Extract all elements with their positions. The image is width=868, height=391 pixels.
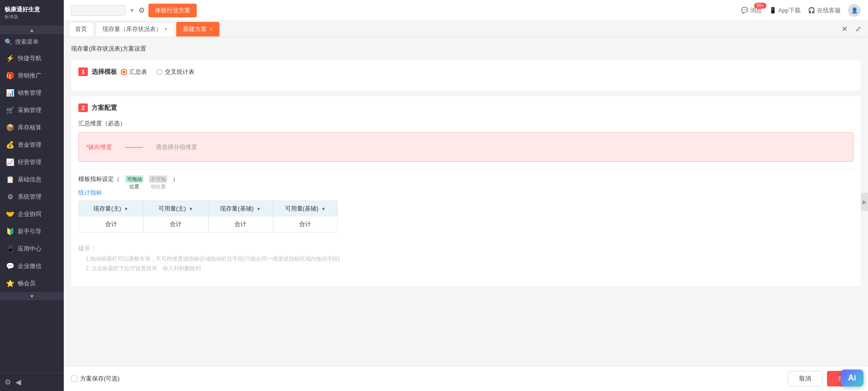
stats-col-header-3[interactable]: 现存量(基辅) ▼ [209,201,273,216]
app-icon: 📱 [769,7,776,14]
sidebar-item-guide[interactable]: 🔰新手引导 [0,223,64,240]
sidebar-item-inventory[interactable]: 📦库存核算 [0,119,64,136]
stats-col-body-1: 合计 [79,216,143,232]
template-indicator-row: 模板指标设定（ 可拖动位置 不可拖动位置 ） [78,175,853,183]
cooperation-label: 企业协同 [18,210,41,218]
sidebar: 畅康通好生意 标准版 ▲ 🔍 搜索菜单 ⚡快捷导航🎁营销推广📊销售管理🛒采购管理… [0,0,64,391]
topbar-search-input[interactable] [71,5,126,16]
topbar-gear-icon[interactable]: ⚙ [138,6,145,15]
tabs-bar: 首页 现存量（库存状况表） × 新建方案 × ✕ ⤢ [64,21,868,37]
marketing-icon: 🎁 [6,72,14,80]
base-info-icon: 📋 [6,175,14,184]
sidebar-item-cooperation[interactable]: 🤝企业协同 [0,206,64,223]
sidebar-item-sales[interactable]: 📊销售管理 [0,84,64,102]
tab-new-scheme-label: 新建方案 [183,25,207,33]
sidebar-nav: ⚡快捷导航🎁营销推广📊销售管理🛒采购管理📦库存核算💰资金管理📈经营管理📋基础信息… [0,50,64,292]
sidebar-item-wechat[interactable]: 💬企业微信 [0,257,64,275]
service-label: 在线客服 [817,6,841,15]
user-avatar[interactable]: 👤 [848,4,861,17]
expand-panel-btn[interactable]: ⤢ [853,24,863,35]
online-service-btn[interactable]: 🎧 在线客服 [808,6,841,15]
template-indicator-label: 模板指标设定（ [78,175,120,183]
col3-dropdown-icon[interactable]: ▼ [256,206,261,211]
inventory-label: 库存核算 [18,123,41,132]
member-icon: ⭐ [6,279,14,288]
stats-col-header-1[interactable]: 现存量(主) ▼ [79,201,143,216]
template-radio-group: 汇总表 交叉统计表 [121,68,194,76]
close-panel-btn[interactable]: ✕ [839,24,850,35]
stats-col-body-3: 合计 [209,216,273,232]
step2-number: 2 [78,103,88,112]
sidebar-item-app-center[interactable]: 📱应用中心 [0,240,64,257]
guide-label: 新手引导 [18,227,41,236]
col4-dropdown-icon[interactable]: ▼ [321,206,326,211]
tab-new-scheme[interactable]: 新建方案 × [176,22,220,36]
stats-col-body-2: 合计 [143,216,208,232]
app-center-icon: 📱 [6,245,14,253]
radio-cross[interactable]: 交叉统计表 [156,68,194,76]
operations-label: 经营管理 [18,158,41,166]
non-draggable-badge: 不可拖动位置 [149,175,167,183]
avatar-icon: 👤 [851,7,858,14]
sidebar-item-purchase[interactable]: 🛒采购管理 [0,102,64,119]
settings-icon[interactable]: ⚙ [5,378,11,386]
message-badge: 99+ [754,3,766,9]
sidebar-item-base-info[interactable]: 📋基础信息 [0,171,64,188]
save-option[interactable]: 方案保存(可选) [71,375,120,383]
stats-table: 现存量(主) ▼ 可用量(主) ▼ 现存量(基辅) ▼ 可用量(基辅) ▼ [78,201,338,232]
save-checkbox[interactable] [71,376,77,382]
step1-number: 1 [78,67,88,76]
app-label: App下载 [778,6,801,15]
message-btn[interactable]: 💬 消息 99+ [741,6,762,15]
sidebar-scroll-down[interactable]: ▼ [0,292,64,300]
radio-cross-circle [156,69,163,75]
topbar-dropdown-icon[interactable]: ▼ [129,7,135,14]
system-label: 系统管理 [18,193,41,201]
step1-card: 1 选择模板 汇总表 交叉统计表 [71,60,861,91]
radio-summary[interactable]: 汇总表 [121,68,147,76]
bottom-bar: 方案保存(可选) 取消 查询 [64,366,868,391]
sidebar-item-operations[interactable]: 📈经营管理 [0,154,64,171]
app-name: 畅康通好生意 [5,5,59,14]
ai-button[interactable]: Ai [841,370,863,386]
sidebar-item-member[interactable]: ⭐畅会员 [0,275,64,292]
tab-home[interactable]: 首页 [68,22,94,36]
toggle-sidebar-icon[interactable]: ◀ [15,378,21,386]
sidebar-scroll-up[interactable]: ▲ [0,26,64,34]
stats-col-header-2[interactable]: 可用量(主) ▼ [143,201,208,216]
sidebar-search-label: 搜索菜单 [15,38,39,46]
content-area: 现存量(库存状况表)方案设置 1 选择模板 汇总表 交叉统计表 [64,37,868,366]
stats-col-2-value: 合计 [170,220,182,228]
tab-inventory-status[interactable]: 现存量（库存状况表） × [96,22,174,36]
radio-cross-label: 交叉统计表 [165,68,194,76]
stats-col-header-4[interactable]: 可用量(基辅) ▼ [273,201,337,216]
quick-nav-label: 快捷导航 [18,54,41,62]
stats-col-1-label: 现存量(主) [93,205,121,213]
base-info-label: 基础信息 [18,175,41,184]
dimension-box[interactable]: *纵向维度 —— 请选择分组维度 [78,132,853,162]
tab-inventory-close-icon[interactable]: × [164,26,168,32]
sidebar-item-finance[interactable]: 💰资金管理 [0,136,64,154]
marketing-label: 营销推广 [18,72,41,80]
app-version: 标准版 [5,14,59,20]
inventory-icon: 📦 [6,123,14,132]
main-area: ▼ ⚙ 体验行业方案 💬 消息 99+ 📱 App下载 🎧 在线客服 👤 [64,0,868,391]
sidebar-item-marketing[interactable]: 🎁营销推广 [0,67,64,84]
tab-new-scheme-close-icon[interactable]: × [209,26,213,32]
delete-col-link[interactable]: 删除列 [184,265,201,272]
stats-col-4-label: 可用量(基辅) [285,205,319,213]
trial-btn[interactable]: 体验行业方案 [148,4,197,17]
topbar-left: ▼ ⚙ 体验行业方案 [71,4,197,17]
col2-dropdown-icon[interactable]: ▼ [189,206,193,211]
step2-title: 方案配置 [92,104,117,112]
tips-box: 提示： 1.拖动标题栏可以调整布局，不可跨维度或指标区域拖动栏目字段(只能在同一… [78,240,853,279]
sidebar-item-system[interactable]: ⚙系统管理 [0,188,64,206]
right-collapse-btn[interactable]: ▶ [861,193,868,211]
cancel-button[interactable]: 取消 [788,371,822,386]
sidebar-search[interactable]: 🔍 搜索菜单 [0,34,64,50]
col1-dropdown-icon[interactable]: ▼ [124,206,128,211]
step1-header: 1 选择模板 汇总表 交叉统计表 [78,67,853,76]
radio-summary-circle [121,69,127,75]
sidebar-item-quick-nav[interactable]: ⚡快捷导航 [0,50,64,67]
app-download-btn[interactable]: 📱 App下载 [769,6,801,15]
